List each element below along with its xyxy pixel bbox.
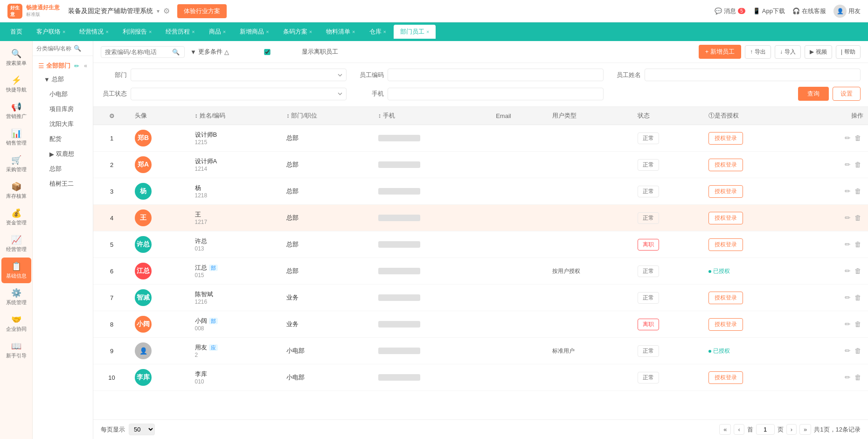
message-button[interactable]: 💬 消息 5: [715, 7, 745, 15]
gear-icon[interactable]: ⚙: [163, 7, 170, 15]
auth-button[interactable]: 授权登录: [708, 132, 743, 145]
tab-goods[interactable]: 商品 ×: [202, 25, 232, 39]
import-button[interactable]: ↓ 导入: [775, 45, 801, 59]
sidebar-item-system[interactable]: ⚙️ 系统管理: [1, 284, 31, 310]
export-button[interactable]: ↑ 导出: [745, 45, 771, 59]
sidebar-item-finance[interactable]: 💰 资金管理: [1, 204, 31, 230]
auth-button[interactable]: 授权登录: [708, 212, 743, 224]
sidebar-item-shortcut[interactable]: ⚡ 快捷导航: [1, 71, 31, 97]
sidebar-item-collab[interactable]: 🤝 企业协同: [1, 311, 31, 336]
first-page-button[interactable]: «: [719, 424, 731, 435]
sidebar-item-project[interactable]: 项目库房: [33, 102, 93, 117]
sidebar-item-delivery[interactable]: 配货: [33, 132, 93, 146]
sidebar-item-general[interactable]: ▼ 总部: [33, 72, 93, 87]
emp-code-input[interactable]: [388, 69, 604, 81]
edit-icon[interactable]: ✏: [845, 373, 851, 381]
sidebar-item-small-elec[interactable]: 小电部: [33, 87, 93, 102]
edit-icon[interactable]: ✏: [845, 214, 851, 222]
employee-search-input[interactable]: [105, 49, 170, 56]
close-icon[interactable]: ×: [149, 29, 152, 35]
sidebar-item-management[interactable]: 📈 经营管理: [1, 231, 31, 257]
delete-icon[interactable]: 🗑: [854, 347, 861, 355]
tab-home[interactable]: 首页: [4, 25, 29, 39]
auth-button[interactable]: 授权登录: [708, 185, 743, 198]
edit-icon[interactable]: ✏: [845, 320, 851, 328]
delete-icon[interactable]: 🗑: [854, 240, 861, 248]
delete-icon[interactable]: 🗑: [854, 160, 861, 168]
tab-customer[interactable]: 客户联络 ×: [30, 25, 72, 39]
delete-icon[interactable]: 🗑: [854, 320, 861, 328]
tab-history[interactable]: 经营历程 ×: [159, 25, 201, 39]
app-download-button[interactable]: 📱 App下载: [753, 7, 785, 15]
sidebar-item-sales[interactable]: 📊 销售管理: [1, 125, 31, 150]
close-icon[interactable]: ×: [309, 29, 312, 35]
per-page-select[interactable]: 50 20 100: [129, 424, 155, 435]
next-page-button[interactable]: ›: [786, 424, 797, 435]
edit-icon[interactable]: ✏: [845, 267, 851, 275]
auth-button[interactable]: 授权登录: [708, 292, 743, 304]
close-icon[interactable]: ×: [352, 29, 355, 35]
sidebar-search-input[interactable]: [36, 45, 74, 52]
emp-name-input[interactable]: [645, 69, 861, 81]
sidebar-item-purchase[interactable]: 🛒 采购管理: [1, 151, 31, 177]
edit-icon[interactable]: ✏: [845, 187, 851, 195]
view-button[interactable]: ▶ 视频: [805, 45, 832, 59]
phone-input[interactable]: [388, 88, 604, 100]
more-filter-button[interactable]: ▼ 更多条件 △: [190, 48, 229, 56]
auth-button[interactable]: 授权登录: [708, 318, 743, 331]
user-area[interactable]: 👤 用友: [833, 5, 861, 18]
close-icon[interactable]: ×: [192, 29, 194, 35]
sidebar-item-marketing[interactable]: 📢 营销推广: [1, 98, 31, 124]
emp-status-select[interactable]: [131, 88, 347, 100]
experience-button[interactable]: 体验行业方案: [177, 4, 227, 18]
resigned-checkbox[interactable]: [235, 49, 300, 55]
sidebar-item-guide[interactable]: 📖 新手引导: [1, 337, 31, 363]
edit-icon[interactable]: ✏: [845, 347, 851, 355]
show-resigned-toggle[interactable]: 显示离职员工: [235, 48, 338, 56]
auth-button[interactable]: 授权登录: [708, 238, 743, 251]
delete-icon[interactable]: 🗑: [854, 134, 861, 142]
delete-icon[interactable]: 🗑: [854, 373, 861, 381]
tab-operation[interactable]: 经营情况 ×: [73, 25, 115, 39]
close-icon[interactable]: ×: [383, 29, 386, 35]
tab-warehouse[interactable]: 仓库 ×: [363, 25, 393, 39]
dept-select[interactable]: [131, 69, 347, 81]
sidebar-item-search[interactable]: 🔍 搜索菜单: [1, 45, 31, 70]
help-button[interactable]: | 帮助: [836, 45, 861, 59]
reset-button[interactable]: 设置: [833, 87, 861, 101]
prev-page-button[interactable]: ‹: [734, 424, 744, 435]
sidebar-item-basic[interactable]: 📋 基础信息: [1, 258, 31, 283]
system-arrow-icon[interactable]: ▾: [157, 8, 160, 14]
add-employee-button[interactable]: + 新增员工: [699, 45, 741, 59]
query-button[interactable]: 查询: [798, 87, 829, 101]
close-icon[interactable]: ×: [266, 29, 269, 35]
close-icon[interactable]: ×: [62, 29, 65, 35]
delete-icon[interactable]: 🗑: [854, 214, 861, 222]
tab-profit[interactable]: 利润报告 ×: [116, 25, 158, 39]
delete-icon[interactable]: 🗑: [854, 293, 861, 301]
last-page-button[interactable]: »: [799, 424, 811, 435]
close-icon[interactable]: ×: [426, 29, 429, 35]
col-name[interactable]: ↕ 姓名/编码: [190, 107, 282, 125]
delete-icon[interactable]: 🗑: [854, 187, 861, 195]
edit-icon[interactable]: ✏: [845, 293, 851, 301]
edit-icon[interactable]: ✏: [845, 240, 851, 248]
edit-icon[interactable]: ✏: [845, 134, 851, 142]
auth-button[interactable]: 授权登录: [708, 371, 743, 384]
sidebar-item-inventory[interactable]: 📦 库存核算: [1, 178, 31, 203]
online-service-button[interactable]: 🎧 在线客服: [792, 7, 826, 15]
page-input[interactable]: [756, 424, 775, 435]
close-icon[interactable]: ×: [105, 29, 108, 35]
delete-icon[interactable]: 🗑: [854, 267, 861, 275]
tab-add-goods[interactable]: 新增商品 ×: [233, 25, 275, 39]
collapse-icon[interactable]: «: [84, 63, 87, 69]
sidebar-item-planting[interactable]: 植树王二: [33, 176, 93, 191]
sidebar-search-icon[interactable]: 🔍: [74, 45, 81, 52]
edit-icon[interactable]: ✏: [74, 63, 79, 70]
tab-bom[interactable]: 物料清单 ×: [319, 25, 361, 39]
col-dept[interactable]: ↕ 部门/职位: [282, 107, 374, 125]
tab-barcode[interactable]: 条码方案 ×: [277, 25, 319, 39]
col-phone[interactable]: ↕ 手机: [374, 107, 491, 125]
close-icon[interactable]: ×: [223, 29, 226, 35]
all-dept-label[interactable]: 全部部门: [46, 62, 70, 70]
